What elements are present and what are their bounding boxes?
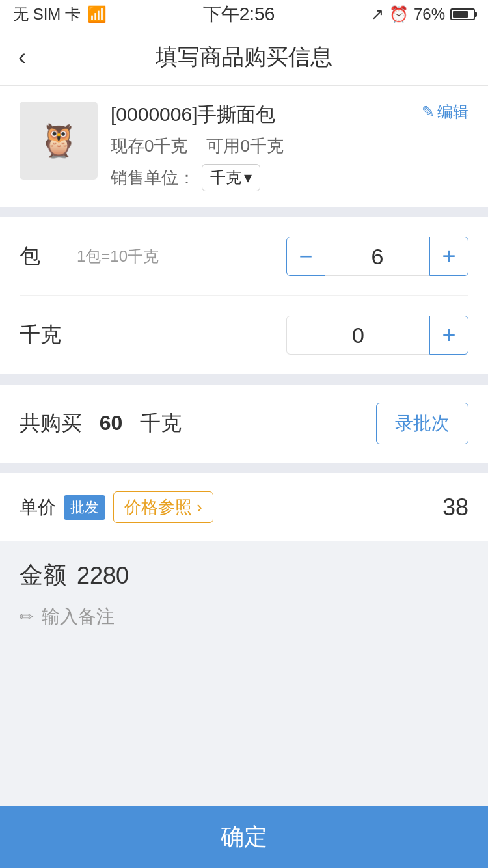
batch-button[interactable]: 录批次 (376, 403, 468, 444)
summary-text: 共购买 60 千克 (20, 409, 182, 438)
battery-icon (450, 8, 475, 20)
carrier-text: 无 SIM 卡 (13, 4, 81, 25)
summary-amount: 60 (100, 411, 123, 435)
note-row[interactable]: ✏ 输入备注 (20, 604, 468, 629)
price-ref-button[interactable]: 价格参照 › (113, 491, 213, 523)
edit-button[interactable]: ✎ 编辑 (422, 102, 468, 122)
note-placeholder: 输入备注 (42, 604, 115, 629)
battery-percent: 76% (414, 5, 445, 23)
confirm-button[interactable]: 确定 (0, 806, 488, 868)
section-divider-1 (0, 207, 488, 217)
product-unit-row: 销售单位： 千克 ▾ (111, 164, 468, 191)
kg-plus-button[interactable]: + (429, 316, 468, 355)
product-owl-icon: 🦉 (38, 122, 79, 159)
chevron-down-icon: ▾ (244, 169, 252, 187)
bao-input[interactable] (325, 237, 429, 276)
kg-controls: + (286, 316, 468, 355)
stock-text: 现存0千克 (111, 136, 187, 156)
bao-plus-button[interactable]: + (429, 237, 468, 276)
status-time: 下午2:56 (203, 2, 275, 27)
summary-section: 共购买 60 千克 录批次 (0, 385, 488, 463)
product-info: [0000006]手撕面包 ✎ 编辑 现存0千克 可用0千克 销售单位： 千克 … (111, 102, 468, 191)
unit-select[interactable]: 千克 ▾ (202, 164, 260, 191)
back-button[interactable]: ‹ (18, 44, 26, 71)
product-card: 🦉 [0000006]手撕面包 ✎ 编辑 现存0千克 可用0千克 销售单位： 千… (0, 86, 488, 207)
quantity-section: 包 1包=10千克 − + 千克 + (0, 217, 488, 374)
summary-prefix: 共购买 (20, 411, 82, 435)
unit-label: 销售单位： (111, 167, 195, 189)
price-label: 单价 (20, 495, 56, 520)
amount-label: 金额 (20, 560, 66, 591)
main-filler (0, 642, 488, 806)
edit-icon: ✎ (422, 103, 435, 121)
summary-unit: 千克 (140, 411, 182, 435)
section-divider-3 (0, 463, 488, 473)
product-stock: 现存0千克 可用0千克 (111, 135, 468, 157)
bao-label: 包 (20, 242, 72, 271)
available-text: 可用0千克 (206, 136, 283, 156)
kg-label: 千克 (20, 321, 72, 349)
bao-minus-button[interactable]: − (286, 237, 325, 276)
pencil-icon: ✏ (20, 607, 34, 627)
section-divider-2 (0, 374, 488, 385)
product-name: [0000006]手撕面包 (111, 102, 275, 128)
wifi-icon: 📶 (87, 5, 107, 23)
status-bar: 无 SIM 卡 📶 下午2:56 ↗ ⏰ 76% (0, 0, 488, 29)
price-badge: 批发 (64, 495, 105, 520)
price-value: 38 (442, 494, 468, 521)
alarm-icon: ⏰ (389, 5, 409, 23)
amount-value: 2280 (77, 562, 129, 590)
kg-row: 千克 + (20, 296, 468, 374)
status-right: ↗ ⏰ 76% (371, 5, 475, 23)
status-left: 无 SIM 卡 📶 (13, 4, 107, 25)
location-icon: ↗ (371, 5, 384, 23)
amount-section: 金额 2280 ✏ 输入备注 (0, 541, 488, 642)
kg-input[interactable] (286, 316, 429, 355)
edit-label: 编辑 (437, 102, 468, 122)
page-title: 填写商品购买信息 (156, 42, 332, 72)
nav-bar: ‹ 填写商品购买信息 (0, 29, 488, 86)
price-section: 单价 批发 价格参照 › 38 (0, 473, 488, 541)
bao-controls: − + (286, 237, 468, 276)
product-image: 🦉 (20, 102, 98, 180)
bao-hint: 1包=10千克 (77, 246, 159, 267)
amount-row: 金额 2280 (20, 560, 468, 591)
bao-row: 包 1包=10千克 − + (20, 217, 468, 296)
